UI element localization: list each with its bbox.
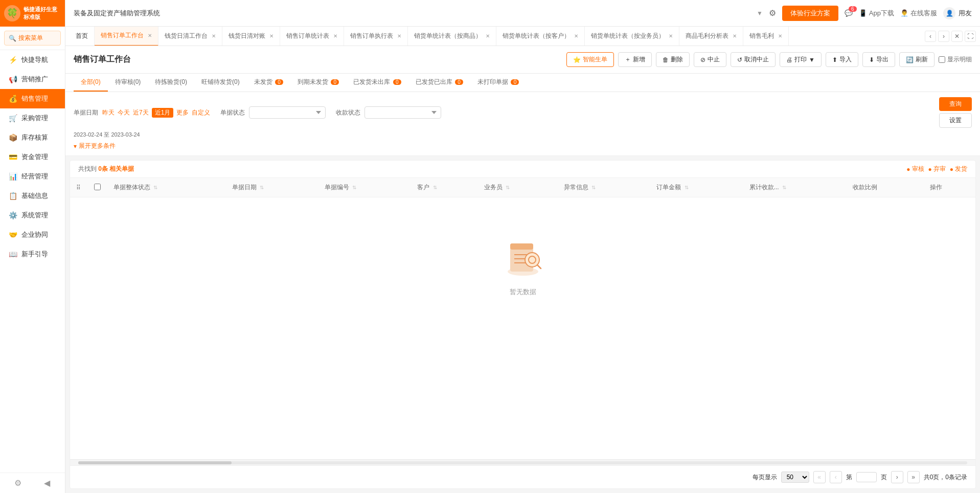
first-page-button[interactable]: « <box>813 471 826 483</box>
collapse-sidebar-button[interactable]: ◀ <box>35 478 60 488</box>
sidebar-item-marketing[interactable]: 📢 营销推广 <box>0 70 65 89</box>
sidebar-item-inventory[interactable]: 📦 库存核算 <box>0 128 65 147</box>
sort-status-icon[interactable]: ⇅ <box>153 185 157 190</box>
user-menu[interactable]: 👤 用友 <box>943 7 972 19</box>
sort-customer-icon[interactable]: ⇅ <box>433 185 437 190</box>
refresh-button[interactable]: 🔄 刷新 <box>899 52 935 67</box>
tab-sales-profit[interactable]: 销售毛利 ✕ <box>743 27 789 46</box>
payment-select[interactable] <box>364 106 441 119</box>
expand-filter-button[interactable]: ▾ 展开更多条件 <box>74 142 116 150</box>
unreviewed-button[interactable]: ● 弃审 <box>928 165 946 173</box>
subtab-overdue-not-shipped[interactable]: 到期未发货 0 <box>290 74 346 92</box>
tab-summary-product[interactable]: 销货单统计表（按商品） ✕ <box>408 27 496 46</box>
sidebar-item-sales[interactable]: 💰 销售管理 <box>0 89 65 108</box>
select-all-checkbox[interactable] <box>94 184 101 190</box>
shortcut-7days[interactable]: 近7天 <box>133 108 149 117</box>
sort-collected-icon[interactable]: ⇅ <box>782 185 786 190</box>
sidebar-item-finance[interactable]: 💳 资金管理 <box>0 147 65 167</box>
import-button[interactable]: ⬆ 导入 <box>826 52 858 67</box>
tab-close-summary-product[interactable]: ✕ <box>486 33 490 39</box>
sidebar-item-operations[interactable]: 📊 经营管理 <box>0 167 65 186</box>
ship-button[interactable]: ● 发货 <box>950 165 967 173</box>
tab-close-all[interactable]: ✕ <box>951 31 963 42</box>
search-menu-section: 🔍 搜索菜单 <box>0 27 65 50</box>
solution-button[interactable]: 体验行业方案 <box>782 6 838 21</box>
tab-close-sales-workbench[interactable]: ✕ <box>148 33 152 38</box>
subtab-pending-review[interactable]: 待审核(0) <box>108 74 148 92</box>
tab-home[interactable]: 首页 <box>70 27 95 46</box>
topbar-settings-icon[interactable]: ⚙ <box>769 8 776 18</box>
tab-cash-daily[interactable]: 钱货日清工作台 ✕ <box>158 27 222 46</box>
online-service-button[interactable]: 👨‍💼 在线客服 <box>900 9 937 18</box>
horizontal-scrollbar[interactable] <box>70 459 975 465</box>
shortcut-custom[interactable]: 自定义 <box>192 108 210 117</box>
filter-bar: 单据日期 昨天 今天 近7天 近1月 更多 自定义 单据状态 收款状态 <box>65 92 980 156</box>
tab-fullscreen[interactable]: ⛶ <box>965 31 976 42</box>
tab-close-cash-reconcile[interactable]: ✕ <box>269 33 274 39</box>
sidebar-item-purchase[interactable]: 🛒 采购管理 <box>0 108 65 128</box>
shortcut-today[interactable]: 今天 <box>118 108 130 117</box>
app-download-button[interactable]: 📱 App下载 <box>859 9 894 18</box>
tab-sales-exec[interactable]: 销售订单执行表 ✕ <box>344 27 408 46</box>
tab-close-sales-profit[interactable]: ✕ <box>778 33 782 39</box>
sort-amount-icon[interactable]: ⇅ <box>685 185 689 190</box>
shortcut-yesterday[interactable]: 昨天 <box>102 108 115 117</box>
message-button[interactable]: 💬 6 <box>845 9 853 17</box>
sidebar-item-basic-info[interactable]: 📋 基础信息 <box>0 186 65 206</box>
stop-button[interactable]: ⊘ 中止 <box>694 52 726 67</box>
subtab-shipped-not-out[interactable]: 已发货未出库 0 <box>346 74 408 92</box>
sidebar-item-quick-nav[interactable]: ⚡ 快捷导航 <box>0 50 65 70</box>
subtab-all[interactable]: 全部(0) <box>74 74 108 92</box>
shortcut-1month[interactable]: 近1月 <box>152 108 174 118</box>
tab-cash-reconcile[interactable]: 钱货日清对账 ✕ <box>222 27 280 46</box>
add-button[interactable]: ＋ 新增 <box>618 52 652 67</box>
subtab-pending-inspect[interactable]: 待拣验货(0) <box>148 74 194 92</box>
page-number-input[interactable]: 1 <box>856 472 877 482</box>
export-button[interactable]: ⬇ 导出 <box>862 52 895 67</box>
tab-close-sales-stats[interactable]: ✕ <box>333 33 337 39</box>
tab-sales-workbench[interactable]: 销售订单工作台 ✕ <box>95 27 158 46</box>
set-button[interactable]: 设置 <box>939 113 972 128</box>
smart-create-button[interactable]: ⭐ 智能生单 <box>566 52 614 67</box>
search-menu-button[interactable]: 🔍 搜索菜单 <box>4 31 61 46</box>
review-button[interactable]: ● 审核 <box>906 165 924 173</box>
sort-date-icon[interactable]: ⇅ <box>260 185 264 190</box>
print-button[interactable]: 🖨 打印 ▼ <box>780 52 822 67</box>
tab-scroll-right[interactable]: › <box>938 31 949 42</box>
tab-scroll-left[interactable]: ‹ <box>925 31 936 42</box>
last-page-button[interactable]: » <box>907 471 920 483</box>
subtab-shipped-out[interactable]: 已发货已出库 0 <box>408 74 470 92</box>
prev-page-button[interactable]: ‹ <box>830 471 842 483</box>
data-table: ⠿ 单据整体状态 ⇅ 单据日期 ⇅ <box>70 178 975 459</box>
show-detail-checkbox[interactable] <box>939 56 945 63</box>
delete-button[interactable]: 🗑 删除 <box>656 52 690 67</box>
tab-sales-stats[interactable]: 销售订单统计表 ✕ <box>280 27 344 46</box>
tab-gross-margin[interactable]: 商品毛利分析表 ✕ <box>679 27 743 46</box>
sidebar-item-system[interactable]: ⚙️ 系统管理 <box>0 206 65 225</box>
tab-close-cash-daily[interactable]: ✕ <box>212 33 216 39</box>
settings-bottom-button[interactable]: ⚙ <box>5 478 31 488</box>
subtab-not-printed[interactable]: 未打印单据 0 <box>470 74 526 92</box>
sort-number-icon[interactable]: ⇅ <box>352 185 356 190</box>
sidebar-item-cooperation[interactable]: 🤝 企业协同 <box>0 225 65 244</box>
scrollbar-thumb[interactable] <box>78 461 232 464</box>
query-button[interactable]: 查询 <box>939 97 972 111</box>
page-size-select[interactable]: 50 10 20 100 <box>781 472 809 483</box>
status-select[interactable] <box>249 106 326 119</box>
sort-salesman-icon[interactable]: ⇅ <box>506 185 510 190</box>
sidebar-item-guide[interactable]: 📖 新手引导 <box>0 244 65 264</box>
tab-close-gross-margin[interactable]: ✕ <box>733 33 737 39</box>
tab-summary-customer[interactable]: 销货单统计表（按客户） ✕ <box>496 27 585 46</box>
tab-summary-salesman[interactable]: 销货单统计表（按业务员） ✕ <box>585 27 679 46</box>
tab-close-sales-exec[interactable]: ✕ <box>397 33 401 39</box>
shortcut-more[interactable]: 更多 <box>176 108 189 117</box>
subtab-wangpu-pending[interactable]: 旺铺待发货(0) <box>194 74 247 92</box>
subtab-not-shipped[interactable]: 未发货 0 <box>247 74 290 92</box>
tab-close-summary-customer[interactable]: ✕ <box>574 33 578 39</box>
tab-close-summary-salesman[interactable]: ✕ <box>669 33 673 39</box>
cancel-stop-button[interactable]: ↺ 取消中止 <box>731 52 776 67</box>
date-label: 单据日期 <box>74 108 98 117</box>
next-page-button[interactable]: › <box>891 471 903 483</box>
logo-text: 畅捷通好生意 标准版 <box>24 6 57 21</box>
sort-exception-icon[interactable]: ⇅ <box>591 185 596 190</box>
